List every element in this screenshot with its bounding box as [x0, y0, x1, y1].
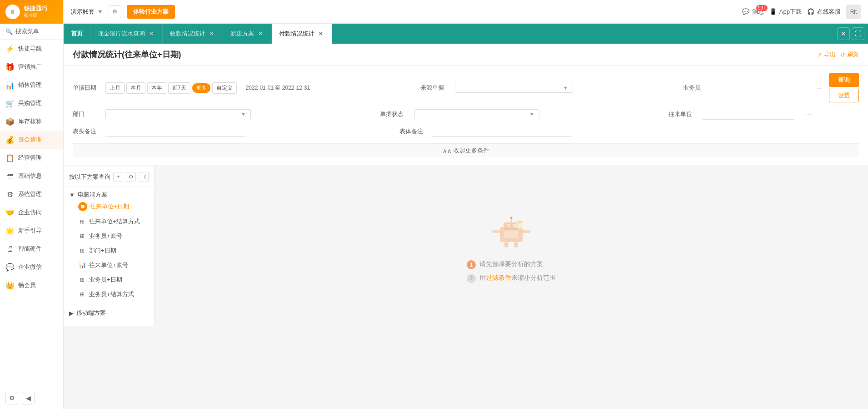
category-title[interactable]: ▼ 电脑端方案 [69, 191, 149, 199]
staff-label: 业务员 [683, 84, 706, 92]
staff-more-icon[interactable]: ··· [815, 83, 822, 93]
date-btn-last-month[interactable]: 上月 [105, 82, 125, 94]
date-btn-7days[interactable]: 近7天 [168, 82, 190, 94]
staff-input[interactable] [713, 82, 804, 93]
header-settings-btn[interactable]: ⚙ [109, 5, 121, 18]
date-range-text: 2022-01-01 至 2022-12-31 [246, 84, 310, 92]
tab-receipt-stat[interactable]: 收款情况统计 ✕ [163, 24, 223, 44]
scheme-label: 往来单位+账号 [89, 261, 128, 269]
scheme-label: 业务员+日期 [89, 276, 122, 284]
sidebar-item-finance[interactable]: 💰 资金管理 [0, 131, 63, 149]
sidebar-brand: 畅捷通巧 标准版 [24, 5, 47, 19]
svg-point-0 [81, 205, 85, 208]
sidebar-item-hardware[interactable]: 🖨 智能硬件 [0, 240, 63, 258]
sidebar-item-quick-nav[interactable]: ⚡ 快捷导航 [0, 40, 63, 58]
sidebar-item-marketing[interactable]: 🎁 营销推广 [0, 58, 63, 76]
sidebar-search[interactable]: 🔍 搜索菜单 [0, 24, 63, 40]
message-badge: 99+ [756, 5, 768, 11]
user-avatar[interactable]: Rit [846, 5, 861, 19]
tab-close-icon[interactable]: ✕ [148, 30, 155, 37]
tab-close-icon[interactable]: ✕ [208, 30, 215, 37]
sidebar-item-operation[interactable]: 📋 经营管理 [0, 149, 63, 167]
date-btn-custom[interactable]: 自定义 [212, 82, 237, 94]
tab-new-scheme[interactable]: 新建方案 ✕ [223, 24, 272, 44]
main-area: 演示账套 ▼ ⚙ 体验行业方案 💬 消息 99+ 📱 App下载 🎧 在线客服 … [64, 0, 868, 409]
scheme-staff-date[interactable]: ⊞ 业务员+日期 [75, 273, 149, 287]
tab-expand-btn[interactable]: ⛶ [852, 27, 864, 40]
sidebar-item-member[interactable]: 👑 畅会员 [0, 276, 63, 294]
scheme-partner-settle[interactable]: ⊞ 往来单位+结算方式 [75, 214, 149, 229]
tab-home[interactable]: 首页 [64, 24, 90, 44]
scheme-dept-date[interactable]: ⊞ 部门+日期 [75, 243, 149, 258]
hint-text-1: 请先选择要分析的方案 [479, 260, 543, 268]
doc-status-select[interactable]: ▼ [414, 109, 539, 119]
chevron-down-icon: ▼ [241, 111, 246, 117]
footer-collapse-btn[interactable]: ◀ [22, 392, 35, 404]
tab-label: 新建方案 [230, 30, 254, 38]
page-title: 付款情况统计(往来单位+日期) [73, 49, 181, 60]
scheme-partner-account[interactable]: 📊 往来单位+账号 [75, 258, 149, 273]
sidebar-item-guide[interactable]: 🌟 新手引导 [0, 222, 63, 240]
collapse-panel-btn[interactable]: 《 [139, 172, 149, 182]
scheme-category-mobile: ▶ 移动端方案 [64, 305, 154, 321]
trial-btn[interactable]: 体验行业方案 [127, 5, 175, 19]
refresh-btn[interactable]: ↺ 刷新 [840, 50, 859, 59]
category-label: 电脑端方案 [78, 191, 107, 199]
tab-payment-stat[interactable]: 付款情况统计 ✕ [272, 24, 332, 44]
chevron-down-icon: ▼ [529, 111, 534, 117]
table-icon: ⊞ [78, 217, 86, 226]
collapse-btn[interactable]: ∧∧ 收起更多条件 [73, 143, 859, 157]
sidebar-item-inventory[interactable]: 📦 库存核算 [0, 112, 63, 131]
tab-close-icon[interactable]: ✕ [317, 30, 324, 37]
sidebar-header: 6 畅捷通巧 标准版 [0, 0, 63, 24]
svg-rect-13 [504, 231, 518, 238]
top-header: 演示账套 ▼ ⚙ 体验行业方案 💬 消息 99+ 📱 App下载 🎧 在线客服 … [64, 0, 868, 24]
dept-select[interactable]: ▼ [105, 109, 251, 119]
sidebar-item-purchase[interactable]: 🛒 采购管理 [0, 94, 63, 112]
table-icon: ⊞ [78, 276, 86, 284]
tab-close-all-btn[interactable]: ✕ [837, 27, 850, 40]
date-btn-more[interactable]: 更多 [192, 83, 210, 93]
tab-bank-flow[interactable]: 现金银行流水查询 ✕ [90, 24, 163, 44]
message-btn[interactable]: 💬 消息 99+ [742, 8, 764, 16]
doc-status-label: 单据状态 [380, 110, 407, 118]
date-btn-this-month[interactable]: 本月 [126, 82, 145, 94]
category-title-mobile[interactable]: ▶ 移动端方案 [69, 309, 149, 317]
sidebar-label: 新手引导 [18, 227, 42, 235]
service-btn[interactable]: 🎧 在线客服 [807, 8, 841, 16]
sidebar-item-enterprise[interactable]: 🤝 企业协同 [0, 203, 63, 222]
service-label: 在线客服 [817, 8, 841, 16]
partner-input[interactable] [703, 109, 794, 120]
settings-btn[interactable]: 设置 [829, 89, 859, 102]
app-download-btn[interactable]: 📱 App下载 [769, 8, 802, 16]
tab-close-icon[interactable]: ✕ [257, 30, 264, 37]
scheme-settings-btn[interactable]: ⚙ [126, 172, 136, 182]
scheme-partner-date[interactable]: 往来单位+日期 [75, 199, 149, 214]
scheme-label: 往来单位+结算方式 [89, 217, 140, 226]
header-remark-input[interactable] [105, 126, 245, 137]
sidebar-label: 营销推广 [18, 63, 42, 71]
sidebar-item-basic[interactable]: 🗃 基础信息 [0, 167, 63, 185]
app-icon: 📱 [769, 8, 777, 15]
add-scheme-btn[interactable]: + [113, 172, 123, 182]
sidebar-label: 畅会员 [18, 281, 36, 289]
query-btn[interactable]: 查询 [829, 73, 859, 87]
body-remark-input[interactable] [432, 126, 572, 137]
sidebar-item-sales[interactable]: 📊 销售管理 [0, 76, 63, 94]
left-panel: 按以下方案查询 + ⚙ 《 ▼ 电脑端方案 [64, 167, 155, 326]
source-select[interactable]: ▼ [455, 83, 573, 93]
org-selector[interactable]: 演示账套 ▼ [71, 8, 103, 16]
svg-rect-11 [492, 230, 500, 233]
chart-icon: 📊 [78, 261, 86, 269]
export-btn[interactable]: ↗ 导出 [817, 50, 836, 59]
date-btn-this-year[interactable]: 本年 [147, 82, 166, 94]
refresh-label: 刷新 [847, 50, 859, 59]
export-label: 导出 [824, 50, 836, 59]
scheme-staff-account[interactable]: ⊞ 业务员+账号 [75, 229, 149, 243]
table-icon: ⊞ [78, 247, 86, 255]
sidebar-item-system[interactable]: ⚙ 系统管理 [0, 185, 63, 203]
partner-more-icon[interactable]: ··· [805, 110, 812, 119]
scheme-staff-settle[interactable]: ⊞ 业务员+结算方式 [75, 287, 149, 302]
sidebar-item-wechat[interactable]: 💬 企业微信 [0, 258, 63, 276]
footer-settings-btn[interactable]: ⚙ [5, 392, 18, 404]
